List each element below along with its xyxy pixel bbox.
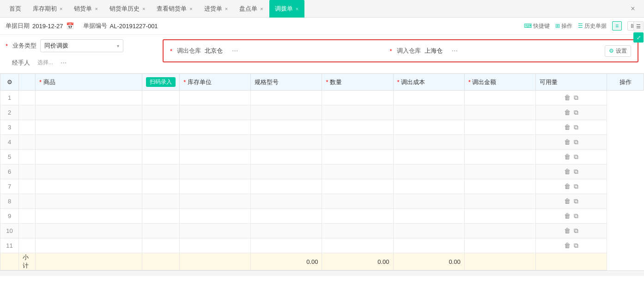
in-warehouse-required: * — [390, 48, 392, 55]
number-label: 单据编号 — [83, 22, 107, 30]
tab-inventory-check[interactable]: 盘点单 × — [234, 0, 269, 18]
window-close-button[interactable]: × — [626, 1, 640, 16]
person-more-icon[interactable]: ··· — [61, 59, 67, 67]
table-header-spec: 规格型号 — [251, 74, 322, 91]
business-type-field: * 业务类型 同价调拨 ▾ — [6, 39, 153, 52]
tab-bar: 首页 库存期初 × 销货单 × 销货单历史 × 查看销货单 × 进货单 × 盘点… — [0, 0, 644, 18]
table-header-scan: 扫码录入 — [142, 74, 180, 91]
out-warehouse-more-icon[interactable]: ··· — [232, 47, 238, 55]
out-warehouse-label: 调出仓库 — [177, 47, 201, 55]
subtotal-quantity: 0.00 — [251, 253, 322, 270]
tab-close-view-sales[interactable]: × — [189, 6, 192, 12]
table-row: 10 🗑 ⧉ — [0, 224, 644, 238]
copy-row-4[interactable]: ⧉ — [573, 138, 579, 146]
date-value: 2019-12-27 — [32, 23, 63, 30]
warehouse-section: * 调出仓库 北京仓 ··· * 调入仓库 上海仓 ··· ⚙ 设置 — [163, 39, 638, 62]
person-select-button[interactable]: 选择... — [34, 57, 57, 68]
horizontal-scrollbar[interactable] — [0, 270, 644, 276]
table-header-amount: * 调出金额 — [464, 74, 535, 91]
tab-home[interactable]: 首页 — [4, 0, 27, 18]
table-row: 8 🗑 ⧉ — [0, 194, 644, 209]
settings-label: 设置 — [616, 47, 627, 55]
tab-close-transfer[interactable]: × — [296, 6, 298, 12]
operations-button[interactable]: ⊞ 操作 — [555, 22, 572, 30]
out-warehouse-required: * — [170, 48, 172, 55]
table-container: ⚙ * 商品 扫码录入 * 库存单位 规格型号 — [0, 73, 644, 293]
table-header-quantity: * 数量 — [322, 74, 393, 91]
copy-row-10[interactable]: ⧉ — [573, 227, 579, 235]
table-row: 2 🗑 ⧉ — [0, 105, 644, 120]
main-table: ⚙ * 商品 扫码录入 * 库存单位 规格型号 — [0, 73, 644, 270]
toolbar: 单据日期 2019-12-27 📅 单据编号 AL-20191227-001 ⌨… — [0, 18, 644, 35]
table-header-ops: 操作 — [607, 74, 644, 91]
shortcuts-button[interactable]: ⌨ 快捷键 — [524, 22, 550, 30]
tab-close-inventory-check[interactable]: × — [260, 6, 263, 12]
number-value: AL-20191227-001 — [110, 23, 158, 30]
copy-row-8[interactable]: ⧉ — [573, 197, 579, 205]
history-button[interactable]: ☰ 历史单据 — [578, 22, 607, 30]
business-type-label: 业务类型 — [12, 42, 36, 50]
delete-row-5[interactable]: 🗑 — [563, 153, 571, 160]
copy-row-5[interactable]: ⧉ — [573, 153, 579, 161]
copy-row-2[interactable]: ⧉ — [573, 109, 579, 116]
in-warehouse-more-icon[interactable]: ··· — [452, 47, 458, 55]
tab-view-sales[interactable]: 查看销货单 × — [151, 0, 198, 18]
subtotal-label: 小计 — [19, 253, 36, 270]
operations-icon: ⊞ — [555, 23, 560, 29]
person-field: 经手人 选择... ··· — [6, 57, 153, 68]
date-field: 单据日期 2019-12-27 📅 — [6, 22, 74, 30]
person-label: 经手人 — [12, 59, 30, 67]
delete-row-2[interactable]: 🗑 — [563, 109, 571, 116]
table-row: 4 🗑 ⧉ — [0, 135, 644, 150]
business-type-required: * — [6, 43, 8, 49]
table-row: 6 🗑 ⧉ — [0, 165, 644, 179]
in-warehouse-value: 上海仓 — [425, 47, 443, 55]
delete-row-10[interactable]: 🗑 — [563, 227, 571, 234]
subtotal-amount: 0.00 — [393, 253, 464, 270]
shortcuts-icon: ⌨ — [524, 23, 532, 29]
delete-row-11[interactable]: 🗑 — [563, 242, 571, 249]
tab-sales-order[interactable]: 销货单 × — [68, 0, 103, 18]
settings-button[interactable]: ⚙ 设置 — [605, 45, 631, 57]
sidebar-expand-icon: ⤢ — [637, 35, 641, 41]
delete-row-4[interactable]: 🗑 — [563, 138, 571, 146]
tab-purchase[interactable]: 进货单 × — [199, 0, 234, 18]
table-settings-icon: ⚙ — [7, 79, 12, 85]
copy-row-11[interactable]: ⧉ — [573, 242, 579, 250]
table-header-gear[interactable]: ⚙ — [0, 74, 19, 91]
delete-row-7[interactable]: 🗑 — [563, 183, 571, 190]
delete-row-8[interactable]: 🗑 — [563, 197, 571, 205]
copy-row-1[interactable]: ⧉ — [573, 94, 579, 102]
delete-row-6[interactable]: 🗑 — [563, 168, 571, 175]
tab-close-sales-order[interactable]: × — [95, 6, 97, 12]
table-header-cost: * 调出成本 — [393, 74, 464, 91]
tab-sales-history[interactable]: 销货单历史 × — [104, 0, 151, 18]
delete-row-9[interactable]: 🗑 — [563, 212, 571, 220]
out-warehouse-value: 北京仓 — [205, 47, 223, 55]
settings-gear-icon: ⚙ — [609, 48, 614, 54]
table-header-available: 可用量 — [535, 74, 607, 91]
tab-close-purchase[interactable]: × — [225, 6, 228, 12]
toolbar-right: ⌨ 快捷键 ⊞ 操作 ☰ 历史单据 ≡ ⊞ — [524, 21, 638, 31]
business-type-select[interactable]: 同价调拨 ▾ — [40, 39, 123, 52]
copy-row-7[interactable]: ⧉ — [573, 183, 579, 190]
copy-row-3[interactable]: ⧉ — [573, 123, 579, 131]
calendar-icon[interactable]: 📅 — [66, 22, 74, 30]
view-toggle-list[interactable]: ≡ — [612, 21, 622, 31]
scan-button[interactable]: 扫码录入 — [146, 77, 176, 87]
table-row: 5 🗑 ⧉ — [0, 150, 644, 165]
in-warehouse-label: 调入仓库 — [397, 47, 421, 55]
delete-row-1[interactable]: 🗑 — [563, 94, 571, 101]
form-area: * 业务类型 同价调拨 ▾ 经手人 选择... ··· * 调出仓库 北京仓 ·… — [0, 35, 644, 73]
tab-transfer[interactable]: 调拨单 × — [269, 0, 304, 18]
subtotal-cost: 0.00 — [322, 253, 393, 270]
sidebar-list-icon: ☰ — [636, 24, 641, 30]
sidebar-expand-button[interactable]: ⤢ — [633, 32, 644, 43]
sidebar-list-button[interactable]: ☰ — [633, 21, 644, 31]
tab-close-inventory-init[interactable]: × — [60, 6, 62, 12]
delete-row-3[interactable]: 🗑 — [563, 123, 571, 131]
tab-inventory-init[interactable]: 库存期初 × — [27, 0, 68, 18]
copy-row-9[interactable]: ⧉ — [573, 212, 579, 220]
tab-close-sales-history[interactable]: × — [142, 6, 145, 12]
copy-row-6[interactable]: ⧉ — [573, 168, 579, 176]
